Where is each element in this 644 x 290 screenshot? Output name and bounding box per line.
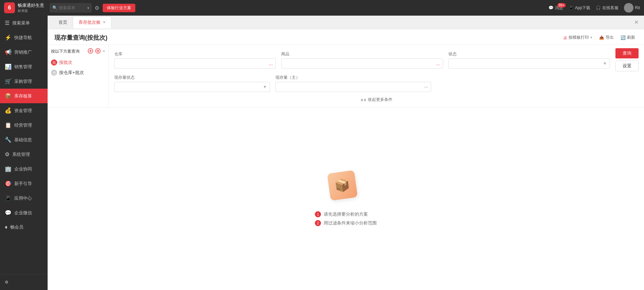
sidebar-label-inventory: 库存核算 — [14, 93, 32, 99]
refresh-icon: 🔄 — [621, 35, 626, 40]
export-button[interactable]: 📤 导出 — [597, 33, 616, 42]
sidebar-item-search[interactable]: ☰ 搜索菜单 — [0, 16, 48, 30]
status-label: 状态 — [448, 51, 610, 57]
target-icon: 🎯 — [5, 180, 12, 187]
scheme-item-batch[interactable]: 批 按批次 — [48, 57, 108, 68]
sidebar-label-sales: 销售管理 — [14, 64, 32, 70]
collapse-label: 收起更多条件 — [368, 97, 392, 103]
trial-button[interactable]: 体验行业方案 — [103, 4, 135, 12]
tab-bar: 首页 库存批次账 ✕ ✕ — [48, 16, 644, 29]
collapse-up-icon: ∧∧ — [360, 97, 367, 102]
search-input[interactable] — [59, 5, 86, 10]
sidebar-label-newbie: 新手引导 — [14, 181, 32, 187]
message-button[interactable]: 💬 消息 99+ — [548, 5, 563, 11]
page-content: 现存量查询(按批次) 🖨 按模板打印 ▾ 📤 导出 🔄 刷新 — [48, 29, 644, 290]
tip-num-2: 2 — [315, 220, 321, 226]
sidebar-label-app-center: 应用中心 — [14, 195, 32, 201]
tab-home[interactable]: 首页 — [53, 17, 73, 28]
sidebar-item-vip[interactable]: ♦ 畅会员 — [0, 220, 48, 234]
print-icon: 🖨 — [563, 35, 567, 40]
refresh-label: 刷新 — [627, 35, 635, 40]
wrench-icon: 🔧 — [5, 137, 12, 143]
sidebar-settings-button[interactable]: ⚙ — [0, 277, 48, 287]
warehouse-dots-icon[interactable]: ... — [269, 61, 273, 66]
sidebar-item-system[interactable]: ⚙ 系统管理 — [0, 147, 48, 162]
scheme-gray-icon: 仓 — [51, 70, 57, 76]
chart-icon: 📊 — [5, 64, 12, 70]
stock-main-field: 现存量（主） — — [275, 75, 431, 92]
app-logo: 6 — [4, 2, 15, 13]
diamond-icon: ♦ — [5, 224, 7, 230]
dropdown-arrow-icon: ▾ — [87, 6, 89, 10]
stock-main-dash: — — [424, 85, 428, 89]
filter-area: 按以下方案查询 « 批 按批次 — [48, 45, 644, 108]
sidebar-item-wechat[interactable]: 💬 企业微信 — [0, 205, 48, 220]
settings-button[interactable]: 设置 — [615, 60, 639, 71]
collapse-row[interactable]: ∧∧ 收起更多条件 — [114, 95, 639, 104]
product-dots-icon[interactable]: ... — [436, 61, 440, 66]
scheme-settings-button[interactable] — [95, 48, 101, 55]
filter-actions: 查询 设置 — [615, 48, 639, 71]
sidebar-item-basic[interactable]: 🔧 基础信息 — [0, 132, 48, 147]
stock-status-input[interactable]: ▼ — [114, 82, 270, 92]
sidebar-item-operation[interactable]: 📋 经营管理 — [0, 118, 48, 132]
sidebar-item-inventory[interactable]: 📦 库存核算 — [0, 89, 48, 103]
stock-main-input[interactable]: — — [275, 82, 431, 92]
box-icon: 📦 — [5, 93, 12, 99]
empty-icon-box: 📦 — [327, 170, 358, 200]
sidebar-item-finance[interactable]: 💰 资金管理 — [0, 103, 48, 118]
sidebar-item-purchase[interactable]: 🛒 采购管理 — [0, 74, 48, 89]
user-profile[interactable]: Rit — [624, 3, 640, 13]
tab-inventory-batch[interactable]: 库存批次账 ✕ — [73, 16, 112, 29]
sidebar-label-finance: 资金管理 — [14, 108, 32, 114]
query-button[interactable]: 查询 — [615, 48, 639, 58]
status-field: 状态 ▼ — [448, 51, 610, 69]
online-service-button[interactable]: 🎧 在线客服 — [596, 5, 618, 11]
export-icon: 📤 — [599, 35, 604, 40]
settings-icon: ⚙ — [5, 280, 9, 285]
gear-icon[interactable]: ⚙ — [95, 5, 99, 11]
sidebar-item-newbie[interactable]: 🎯 新手引导 — [0, 176, 48, 191]
tip-text-2: 用过滤条件来缩小分析范围 — [324, 220, 377, 226]
refresh-button[interactable]: 🔄 刷新 — [618, 33, 637, 42]
brand-name: 畅康通好生意 — [18, 2, 44, 8]
sidebar-item-sales[interactable]: 📊 销售管理 — [0, 59, 48, 74]
avatar — [624, 3, 633, 13]
sidebar-item-app-center[interactable]: 📱 应用中心 — [0, 191, 48, 205]
lightning-icon: ⚡ — [5, 34, 12, 41]
product-input[interactable]: ... — [281, 58, 443, 69]
sidebar-item-enterprise[interactable]: 🏢 企业协同 — [0, 162, 48, 176]
scheme-collapse-button[interactable]: « — [103, 48, 105, 55]
search-box[interactable]: 🔍 ▾ — [50, 3, 92, 13]
phone-icon: 📱 — [569, 5, 574, 10]
scheme-item-warehouse-batch[interactable]: 仓 按仓库+批次 — [48, 68, 108, 78]
close-tab-icon[interactable]: ✕ — [103, 20, 106, 24]
add-scheme-button[interactable] — [88, 48, 93, 55]
scheme-panel-header: 按以下方案查询 « — [48, 48, 108, 57]
warehouse-input[interactable]: ... — [114, 58, 276, 69]
sidebar-label-purchase: 采购管理 — [14, 78, 32, 85]
sidebar: ☰ 搜索菜单 ⚡ 快捷导航 📢 营销推广 📊 销售管理 🛒 采购管理 📦 库存核… — [0, 16, 48, 290]
filter-row-2: 现存量状态 ▼ 现存量（主） — — [114, 75, 639, 92]
sidebar-label-marketing: 营销推广 — [14, 49, 32, 55]
scheme-batch-label: 按批次 — [59, 59, 72, 66]
mobile-icon: 📱 — [5, 195, 12, 201]
stock-main-label: 现存量（主） — [275, 75, 431, 80]
tip-text-1: 请先选择要分析的方案 — [324, 211, 368, 217]
page-header: 现存量查询(按批次) 🖨 按模板打印 ▾ 📤 导出 🔄 刷新 — [48, 29, 644, 45]
sidebar-item-shortcuts[interactable]: ⚡ 快捷导航 — [0, 30, 48, 45]
topbar-right: 💬 消息 99+ 📱 App下载 🎧 在线客服 Rit — [548, 3, 640, 13]
topbar: 6 畅康通好生意 标准版 🔍 ▾ ⚙ 体验行业方案 💬 消息 99+ 📱 App… — [0, 0, 644, 16]
warehouse-label: 仓库 — [114, 51, 276, 57]
clipboard-icon: 📋 — [5, 122, 12, 128]
megaphone-icon: 📢 — [5, 49, 12, 55]
status-input[interactable]: ▼ — [448, 58, 610, 69]
scheme-panel-actions: « — [88, 48, 105, 55]
sidebar-item-marketing[interactable]: 📢 营销推广 — [0, 45, 48, 59]
building-icon: 🏢 — [5, 166, 12, 172]
app-download-button[interactable]: 📱 App下载 — [569, 5, 590, 11]
empty-state: 📦 1 请先选择要分析的方案 2 用过滤条件来缩小分析范围 — [48, 108, 644, 290]
close-panel-button[interactable]: ✕ — [634, 19, 639, 25]
export-label: 导出 — [606, 35, 614, 40]
print-button[interactable]: 🖨 按模板打印 ▾ — [561, 33, 594, 42]
